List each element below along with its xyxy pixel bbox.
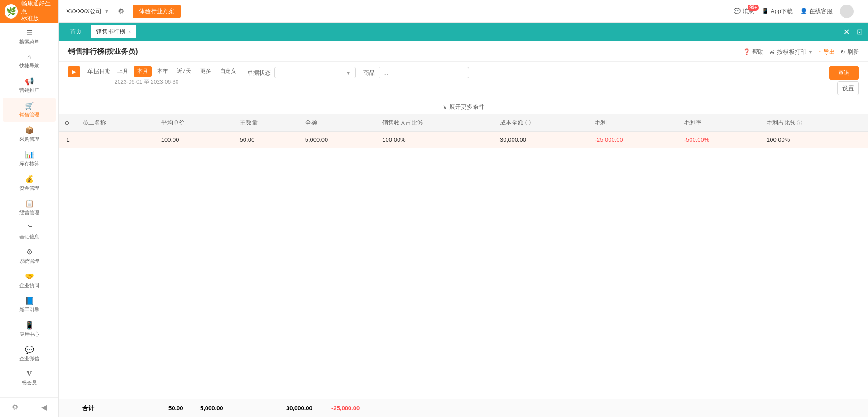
sidebar-item-wechat[interactable]: 💬 企业微信: [3, 342, 56, 366]
inventory-icon: 📊: [25, 150, 34, 159]
export-icon: ↑: [819, 48, 822, 55]
settings-link[interactable]: 设置: [837, 81, 859, 95]
print-icon: 🖨: [769, 48, 775, 55]
cell-amount: 5,000.00: [300, 132, 377, 148]
chevron-down-icon: ▼: [104, 9, 109, 14]
member-icon: V: [27, 370, 32, 378]
filter-toggle-icon[interactable]: ▶: [68, 66, 80, 77]
date-tab-custom[interactable]: 自定义: [216, 66, 240, 77]
tabs-bar: 首页 销售排行榜 × ✕ ⊡: [59, 23, 868, 41]
experience-button[interactable]: 体验行业方案: [133, 5, 181, 18]
table-footer: 合计 50.00 5,000.00 30,000.00 -25,000.00: [59, 399, 868, 417]
footer-main-qty: 50.00: [168, 405, 200, 412]
sidebar-item-label: 营销推广: [19, 87, 39, 94]
sidebar-item-marketing[interactable]: 📢 营销推广: [3, 73, 56, 97]
cell-rank: 1: [59, 132, 77, 148]
date-tab-7days[interactable]: 近7天: [173, 66, 195, 77]
date-tab-this-year[interactable]: 本年: [153, 66, 172, 77]
sidebar-item-finance[interactable]: 💰 资金管理: [3, 171, 56, 195]
footer-cost-amount: 30,000.00: [286, 405, 331, 412]
sidebar-item-quicknav[interactable]: ⌂ 快捷导航: [3, 49, 56, 73]
system-icon: ⚙: [26, 248, 33, 256]
col-gross-rate: 毛利率: [679, 114, 761, 132]
online-service-button[interactable]: 👤 在线客服: [800, 7, 833, 15]
sidebar-item-search[interactable]: ☰ 搜索菜单: [3, 25, 56, 49]
main-content: XXXXXX公司 ▼ ⚙ 体验行业方案 💬 消息 99+ 📱 App下载 👤 在…: [59, 0, 868, 417]
app-download-button[interactable]: 📱 App下载: [762, 7, 793, 15]
export-button[interactable]: ↑ 导出: [819, 48, 835, 56]
sidebar-item-system[interactable]: ⚙ 系统管理: [3, 244, 56, 268]
operations-icon: 📋: [25, 199, 34, 208]
company-selector[interactable]: XXXXXX公司 ▼: [66, 7, 109, 15]
print-button[interactable]: 🖨 按模板打印 ▼: [769, 48, 813, 56]
sidebar-item-guide[interactable]: 📘 新手引导: [3, 293, 56, 317]
sidebar-settings-button[interactable]: ⚙: [10, 401, 20, 413]
sidebar-item-label: 销售管理: [19, 111, 39, 118]
sidebar-item-apps[interactable]: 📱 应用中心: [3, 317, 56, 341]
gross-pct-info-icon[interactable]: ⓘ: [797, 120, 802, 126]
sidebar-collapse-button[interactable]: ◀: [39, 401, 48, 413]
collab-icon: 🤝: [25, 272, 34, 281]
col-amount: 全额: [300, 114, 377, 132]
topbar-settings-button[interactable]: ⚙: [115, 5, 127, 18]
wechat-icon: 💬: [25, 345, 34, 354]
sidebar-item-label: 应用中心: [19, 331, 39, 338]
sidebar-item-basics[interactable]: 🗂 基础信息: [3, 220, 56, 244]
sidebar-item-label: 畅会员: [22, 379, 37, 386]
date-tab-more[interactable]: 更多: [197, 66, 215, 77]
window-restore-button[interactable]: ⊡: [855, 27, 864, 37]
query-button[interactable]: 查询: [829, 66, 859, 80]
filter-arrow-button[interactable]: ▶: [68, 66, 80, 77]
col-gross-pct: 毛利占比% ⓘ: [761, 114, 868, 132]
goods-placeholder: ...: [384, 69, 388, 76]
window-close-button[interactable]: ✕: [842, 27, 851, 37]
date-tab-last-month[interactable]: 上月: [114, 66, 132, 77]
sidebar-footer: ⚙ ◀: [0, 397, 58, 417]
footer-gross: -25,000.00: [331, 405, 372, 412]
sidebar: 🌿 畅康通好生意 标准版 ☰ 搜索菜单 ⌂ 快捷导航 📢 营销推广 🛒 销售管理…: [0, 0, 59, 417]
table-wrap: ⚙ 员工名称 平均单价 主数量 全额 销售收入占比% 成本全额 ⓘ 毛利 毛利率: [59, 114, 868, 399]
sidebar-item-purchase[interactable]: 📦 采购管理: [3, 122, 56, 146]
col-settings[interactable]: ⚙: [59, 114, 77, 132]
date-filter-label: 单据日期: [87, 67, 111, 76]
help-button[interactable]: ❓ 帮助: [743, 48, 764, 56]
tab-close-button[interactable]: ×: [128, 29, 131, 34]
sidebar-item-label: 企业协同: [19, 282, 39, 289]
col-avg-price: 平均单价: [156, 114, 235, 132]
date-tab-this-month[interactable]: 本月: [134, 66, 152, 77]
col-gross: 毛利: [590, 114, 679, 132]
status-filter-group: 单据状态 ▼: [247, 67, 356, 78]
tab-sales-ranking[interactable]: 销售排行榜 ×: [91, 25, 136, 38]
table-head: ⚙ 员工名称 平均单价 主数量 全额 销售收入占比% 成本全额 ⓘ 毛利 毛利率: [59, 114, 868, 132]
date-tabs: 上月 本月 本年 近7天 更多 自定义: [114, 66, 240, 77]
status-value: [279, 69, 281, 76]
sidebar-logo: 🌿 畅康通好生意 标准版: [0, 0, 58, 23]
table-body: 1 100.00 50.00 5,000.00 100.00% 30,000.0…: [59, 132, 868, 148]
page-header: 销售排行榜(按业务员) ❓ 帮助 🖨 按模板打印 ▼ ↑ 导出 ↻ 刷新: [59, 41, 868, 62]
sidebar-item-sales[interactable]: 🛒 销售管理: [3, 98, 56, 122]
avatar[interactable]: [840, 5, 854, 18]
sidebar-item-label: 库存核算: [19, 160, 39, 167]
sidebar-item-label: 新手引导: [19, 307, 39, 313]
cost-info-icon[interactable]: ⓘ: [525, 120, 531, 126]
sidebar-item-member[interactable]: V 畅会员: [3, 366, 56, 390]
date-filter-group: 单据日期 上月 本月 本年 近7天 更多 自定义 2023-06-01 至 20…: [87, 66, 240, 86]
status-filter-label: 单据状态: [247, 69, 271, 77]
refresh-button[interactable]: ↻ 刷新: [840, 48, 859, 56]
status-select[interactable]: ▼: [274, 67, 356, 78]
sidebar-item-operations[interactable]: 📋 经营管理: [3, 196, 56, 220]
tab-home[interactable]: 首页: [62, 25, 89, 38]
footer-label: 合计: [82, 404, 128, 412]
goods-input[interactable]: ...: [379, 67, 469, 78]
cell-gross-rate: -500.00%: [679, 132, 761, 148]
message-button[interactable]: 💬 消息 99+: [734, 7, 754, 15]
expand-conditions-button[interactable]: ∨ 展开更多条件: [443, 103, 484, 111]
sidebar-item-collab[interactable]: 🤝 企业协同: [3, 268, 56, 292]
expand-chevron-icon: ∨: [443, 104, 447, 110]
sidebar-item-label: 快捷导航: [19, 62, 39, 69]
goods-filter-label: 商品: [363, 69, 375, 77]
purchase-icon: 📦: [25, 126, 34, 134]
sidebar-item-inventory[interactable]: 📊 库存核算: [3, 147, 56, 171]
sidebar-item-label: 系统管理: [19, 258, 39, 264]
col-name: 员工名称: [77, 114, 156, 132]
